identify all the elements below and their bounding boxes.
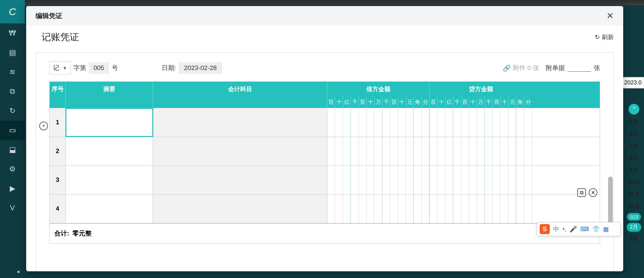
side-icon-money[interactable]: ₩ xyxy=(0,23,25,43)
amount-digit[interactable] xyxy=(359,195,367,223)
amount-digit[interactable] xyxy=(500,166,508,194)
credit-cell[interactable] xyxy=(430,137,532,165)
amount-digit[interactable] xyxy=(406,166,414,194)
insert-row-icon[interactable]: ⧉ xyxy=(577,188,586,197)
amount-digit[interactable] xyxy=(453,108,461,137)
month-5[interactable]: 5月 xyxy=(626,117,642,127)
collapse-icon[interactable]: ◂ xyxy=(17,268,19,275)
side-icon-settings[interactable]: ⚙ xyxy=(0,159,25,179)
amount-digit[interactable] xyxy=(374,195,382,223)
amount-digit[interactable] xyxy=(335,195,343,223)
date-input[interactable]: 2023-02-28 xyxy=(179,62,222,74)
amount-digit[interactable] xyxy=(453,137,461,165)
credit-cell[interactable] xyxy=(430,166,532,194)
refresh-button[interactable]: ↻ 刷新 xyxy=(595,33,614,41)
amount-digit[interactable] xyxy=(485,137,492,165)
summary-cell[interactable] xyxy=(66,166,153,194)
receipt-count-input[interactable] xyxy=(568,64,591,72)
amount-digit[interactable] xyxy=(437,166,445,194)
month-10[interactable]: 10月 xyxy=(626,177,642,187)
amount-digit[interactable] xyxy=(485,166,492,194)
amount-digit[interactable] xyxy=(500,195,508,223)
amount-digit[interactable] xyxy=(398,108,406,137)
month-9[interactable]: 9月 xyxy=(626,165,642,175)
amount-digit[interactable] xyxy=(500,108,508,137)
ime-toolbar[interactable]: S 中 •, 🎤 ⌨ 👕 ▦ xyxy=(537,222,621,236)
amount-digit[interactable] xyxy=(414,166,421,194)
side-icon-sync[interactable]: ↻ xyxy=(0,101,25,121)
amount-digit[interactable] xyxy=(382,195,390,223)
amount-digit[interactable] xyxy=(524,195,532,223)
side-icon-receipt[interactable]: ⧉ xyxy=(0,82,25,101)
amount-digit[interactable] xyxy=(359,137,367,165)
amount-digit[interactable] xyxy=(485,195,492,223)
side-icon-inbox[interactable]: ⬓ xyxy=(0,140,25,159)
ime-skin-icon[interactable]: 👕 xyxy=(592,225,600,233)
amount-digit[interactable] xyxy=(508,108,516,137)
amount-digit[interactable] xyxy=(453,166,461,194)
side-icon-media[interactable]: ▶ xyxy=(0,179,25,198)
amount-digit[interactable] xyxy=(382,108,390,137)
month-8[interactable]: 8月 xyxy=(626,153,642,163)
amount-digit[interactable] xyxy=(437,137,445,165)
voucher-type-select[interactable]: 记 ▼ xyxy=(49,61,71,75)
modal-close-icon[interactable]: ✕ xyxy=(606,11,614,21)
amount-digit[interactable] xyxy=(414,137,421,165)
ime-keyboard-icon[interactable]: ⌨ xyxy=(580,225,589,233)
amount-digit[interactable] xyxy=(367,195,374,223)
side-icon-v[interactable]: V xyxy=(0,198,25,218)
amount-digit[interactable] xyxy=(327,195,335,223)
amount-digit[interactable] xyxy=(508,166,516,194)
debit-cell[interactable] xyxy=(327,166,430,194)
amount-digit[interactable] xyxy=(327,166,335,194)
amount-digit[interactable] xyxy=(430,166,437,194)
amount-digit[interactable] xyxy=(351,137,359,165)
voucher-number[interactable]: 005 xyxy=(89,62,109,74)
month-12[interactable]: 12月 xyxy=(626,201,642,211)
scroll-up-icon[interactable]: ⌃ xyxy=(629,104,639,115)
amount-digit[interactable] xyxy=(359,166,367,194)
debit-cell[interactable] xyxy=(327,195,430,223)
amount-digit[interactable] xyxy=(414,195,421,223)
amount-digit[interactable] xyxy=(406,137,414,165)
amount-digit[interactable] xyxy=(524,137,532,165)
debit-cell[interactable] xyxy=(327,108,430,137)
amount-digit[interactable] xyxy=(493,195,500,223)
amount-digit[interactable] xyxy=(469,108,477,137)
amount-digit[interactable] xyxy=(398,166,406,194)
amount-digit[interactable] xyxy=(524,108,532,137)
amount-digit[interactable] xyxy=(493,108,500,137)
amount-digit[interactable] xyxy=(367,166,374,194)
amount-digit[interactable] xyxy=(461,137,469,165)
amount-digit[interactable] xyxy=(508,137,516,165)
amount-digit[interactable] xyxy=(335,108,343,137)
amount-digit[interactable] xyxy=(430,108,437,137)
amount-digit[interactable] xyxy=(461,195,469,223)
amount-digit[interactable] xyxy=(343,137,351,165)
amount-digit[interactable] xyxy=(461,166,469,194)
amount-digit[interactable] xyxy=(406,195,414,223)
year-pill[interactable]: 023 xyxy=(627,213,641,221)
month-6[interactable]: 6月 xyxy=(626,129,642,139)
credit-cell[interactable] xyxy=(430,108,532,137)
amount-digit[interactable] xyxy=(382,166,390,194)
amount-digit[interactable] xyxy=(516,166,524,194)
summary-cell[interactable] xyxy=(66,137,153,165)
month-11[interactable]: 11月 xyxy=(626,189,642,199)
amount-digit[interactable] xyxy=(516,195,524,223)
amount-digit[interactable] xyxy=(367,108,374,137)
month-7[interactable]: 7月 xyxy=(626,141,642,151)
ime-mic-icon[interactable]: 🎤 xyxy=(570,225,577,233)
ime-box-icon[interactable]: ▦ xyxy=(603,225,609,233)
amount-digit[interactable] xyxy=(516,137,524,165)
amount-digit[interactable] xyxy=(406,108,414,137)
ime-lang[interactable]: 中 xyxy=(553,225,559,233)
amount-digit[interactable] xyxy=(335,137,343,165)
amount-digit[interactable] xyxy=(445,166,453,194)
amount-digit[interactable] xyxy=(430,137,437,165)
amount-digit[interactable] xyxy=(398,137,406,165)
amount-digit[interactable] xyxy=(422,137,429,165)
amount-digit[interactable] xyxy=(422,195,429,223)
amount-digit[interactable] xyxy=(367,137,374,165)
amount-digit[interactable] xyxy=(445,108,453,137)
